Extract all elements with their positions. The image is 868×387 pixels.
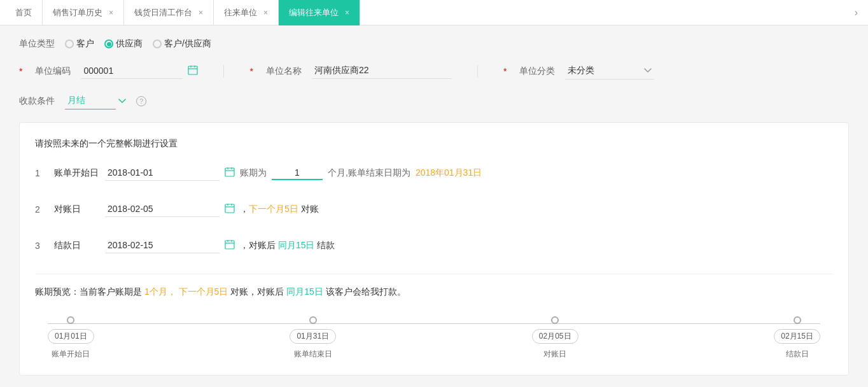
main-content: 单位类型 客户 供应商 客户/供应商 * 单位编码	[0, 25, 868, 387]
setting-content-1: 账期为 个月,账单结束日期为 2018年01月31日	[105, 165, 833, 181]
timeline: 01月01日 账单开始日 01月31日 账单结束日 02月05日 对账日	[35, 316, 833, 360]
start-date-calendar-icon[interactable]	[225, 167, 235, 179]
preview-text: 账期预览：当前客户账期是 1个月， 下一个月5日 对账，对账后 同月15日 该客…	[35, 285, 833, 299]
tl-pill-0: 01月01日	[48, 329, 94, 344]
tl-node-3: 02月15日 结款日	[774, 316, 820, 360]
setting-label-2: 对账日	[54, 204, 105, 215]
setting-label-1: 账单开始日	[54, 167, 105, 179]
tab-edit-partner[interactable]: 编辑往来单位 ×	[279, 0, 360, 25]
period-end-date: 2018年01月31日	[416, 167, 482, 179]
payment-suffix: ，对账后 同月15日 结款	[240, 240, 335, 251]
reconcile-date-input[interactable]	[105, 201, 220, 217]
payment-condition-dropdown-group: 月结	[65, 92, 126, 109]
payment-date-input[interactable]	[105, 237, 220, 253]
setting-num-1: 1	[35, 168, 54, 178]
reconcile-highlight: 下一个月5日	[249, 204, 298, 214]
svg-rect-0	[188, 66, 197, 74]
unit-category-arrow	[644, 66, 652, 75]
svg-rect-8	[225, 204, 234, 213]
radio-both-label: 客户/供应商	[164, 38, 211, 50]
setting-num-3: 3	[35, 241, 54, 251]
unit-name-input[interactable]	[312, 63, 452, 79]
preview-highlight3: 同月15日	[286, 286, 323, 297]
tl-dot-3	[794, 316, 801, 324]
tl-label-1: 账单结束日	[294, 349, 332, 360]
tl-pill-1: 01月31日	[290, 329, 336, 344]
unit-code-field-group	[81, 63, 198, 79]
tab-sales-history-close[interactable]: ×	[109, 8, 113, 17]
help-icon[interactable]: ?	[136, 96, 146, 106]
card-section: 请按照未来的一个完整帐期进行设置 1 账单开始日 账期为 个月,账单结束日期为	[19, 122, 849, 376]
tab-edit-partner-close[interactable]: ×	[345, 8, 349, 17]
preview-highlight1: 1个月，	[144, 286, 176, 297]
setting-row-2: 2 对账日 ，下一个月5日 对账	[35, 201, 833, 217]
setting-row-1: 1 账单开始日 账期为 个月,账单结束日期为 2018年01月31日	[35, 165, 833, 181]
radio-supplier-label: 供应商	[116, 38, 143, 50]
tl-label-0: 账单开始日	[52, 349, 90, 360]
unit-name-label: 单位名称	[266, 66, 302, 77]
unit-category-required: *	[503, 66, 507, 76]
setting-content-2: ，下一个月5日 对账	[105, 201, 833, 217]
unit-code-icon[interactable]	[188, 65, 198, 77]
radio-supplier-circle	[104, 39, 113, 48]
setting-content-3: ，对账后 同月15日 结款	[105, 237, 833, 253]
period-input[interactable]	[272, 166, 323, 180]
unit-name-required: *	[249, 66, 253, 76]
tab-home-label: 首页	[15, 7, 32, 18]
tab-partners-label: 往来单位	[224, 7, 257, 18]
unit-category-dropdown[interactable]: 未分类	[565, 62, 654, 80]
reconcile-date-calendar-icon[interactable]	[225, 203, 235, 215]
reconcile-suffix: ，下一个月5日 对账	[240, 204, 319, 215]
tab-cash-work-close[interactable]: ×	[199, 8, 203, 17]
svg-rect-12	[225, 241, 234, 249]
tab-sales-history-label: 销售订单历史	[53, 7, 102, 18]
unit-info-row: * 单位编码 * 单位名称 * 单位分类 未分类	[19, 62, 849, 80]
unit-code-label: 单位编码	[35, 66, 71, 77]
radio-supplier[interactable]: 供应商	[104, 38, 143, 50]
period-suffix: 个月,账单结束日期为	[328, 167, 410, 179]
setting-row-3: 3 结款日 ，对账后 同月15日 结款	[35, 237, 833, 253]
tl-pill-3: 02月15日	[774, 329, 820, 344]
radio-both[interactable]: 客户/供应商	[153, 38, 211, 50]
tl-node-0: 01月01日 账单开始日	[48, 316, 94, 360]
tab-home[interactable]: 首页	[5, 0, 43, 25]
payment-condition-row: 收款条件 月结 ?	[19, 92, 849, 109]
unit-code-input[interactable]	[81, 63, 183, 79]
payment-highlight: 同月15日	[278, 240, 315, 250]
payment-date-calendar-icon[interactable]	[225, 239, 235, 251]
tl-dot-2	[551, 316, 559, 324]
setting-label-3: 结款日	[54, 240, 105, 251]
tl-dot-0	[67, 316, 74, 324]
unit-code-required: *	[19, 66, 22, 76]
preview-suffix: 该客户会给我打款。	[326, 286, 406, 297]
tab-cash-work[interactable]: 钱货日清工作台 ×	[124, 0, 214, 25]
payment-condition-arrow[interactable]	[118, 97, 126, 106]
tab-edit-partner-label: 编辑往来单位	[289, 7, 339, 18]
tab-expand-button[interactable]: ›	[850, 7, 863, 18]
tl-node-2: 02月05日 对账日	[532, 316, 578, 360]
unit-category-value: 未分类	[568, 65, 641, 76]
preview-container: 账期预览：当前客户账期是 1个月， 下一个月5日 对账，对账后 同月15日 该客…	[35, 274, 833, 360]
unit-category-label: 单位分类	[519, 66, 555, 77]
separator2	[477, 65, 478, 78]
payment-condition-label: 收款条件	[19, 95, 55, 107]
tab-partners-close[interactable]: ×	[263, 8, 268, 17]
tab-partners[interactable]: 往来单位 ×	[214, 0, 279, 25]
unit-type-row: 单位类型 客户 供应商 客户/供应商	[19, 38, 849, 50]
card-title: 请按照未来的一个完整帐期进行设置	[35, 138, 833, 150]
tl-label-3: 结款日	[786, 349, 809, 360]
payment-condition-value[interactable]: 月结	[65, 92, 116, 109]
radio-both-circle	[153, 39, 162, 48]
radio-customer-label: 客户	[76, 38, 94, 50]
svg-rect-4	[225, 168, 234, 176]
preview-middle: 对账，对账后	[230, 286, 286, 297]
radio-customer-circle	[65, 39, 74, 48]
preview-prefix: 账期预览：当前客户账期是	[35, 286, 142, 297]
unit-type-radio-group: 客户 供应商 客户/供应商	[65, 38, 211, 50]
timeline-nodes: 01月01日 账单开始日 01月31日 账单结束日 02月05日 对账日	[48, 316, 820, 360]
tl-dot-1	[309, 316, 317, 324]
unit-type-label: 单位类型	[19, 38, 55, 50]
tab-sales-history[interactable]: 销售订单历史 ×	[43, 0, 124, 25]
radio-customer[interactable]: 客户	[65, 38, 94, 50]
start-date-input[interactable]	[105, 165, 220, 181]
